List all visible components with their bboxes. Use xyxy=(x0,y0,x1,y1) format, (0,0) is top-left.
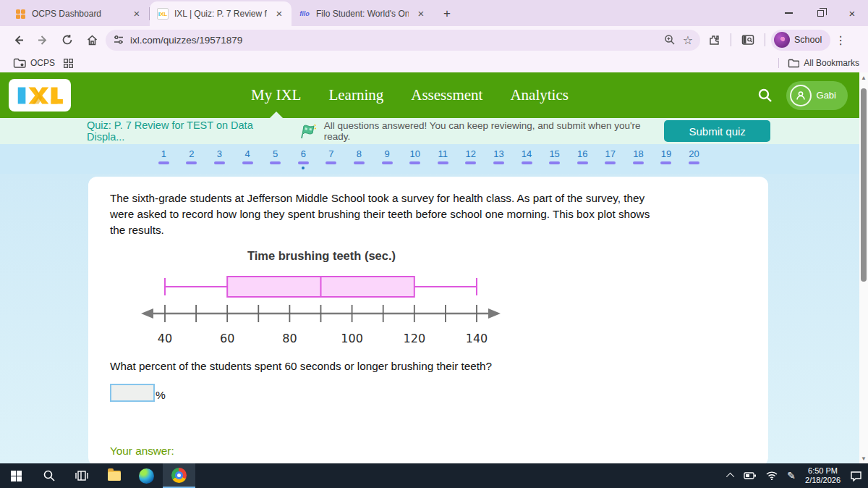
site-settings-icon[interactable] xyxy=(113,34,124,46)
tab-ocps-dashboard[interactable]: OCPS Dashboard × xyxy=(7,1,149,26)
question-number-14[interactable]: 14 xyxy=(513,144,541,174)
user-avatar-icon xyxy=(790,85,812,106)
question-number-17[interactable]: 17 xyxy=(597,144,625,174)
user-name: Gabi xyxy=(817,90,836,101)
side-panel-search-icon[interactable] xyxy=(737,29,759,51)
question-number-3[interactable]: 3 xyxy=(205,144,234,174)
question-number-4[interactable]: 4 xyxy=(234,144,262,174)
back-button[interactable] xyxy=(7,29,29,51)
bookmark-star-icon[interactable]: ☆ xyxy=(683,33,693,47)
svg-text:140: 140 xyxy=(466,332,488,345)
ixl-logo[interactable] xyxy=(9,79,71,112)
scroll-up-icon[interactable]: ▲ xyxy=(861,72,867,83)
ixl-header: My IXL Learning Assessment Analytics Gab… xyxy=(0,72,868,118)
problem-prompt: The sixth-grade students at Jefferson Mi… xyxy=(110,190,658,238)
ixl-logo-icon xyxy=(14,83,66,109)
new-tab-button[interactable]: + xyxy=(438,4,456,23)
question-number-13[interactable]: 13 xyxy=(485,144,513,174)
close-window-button[interactable]: × xyxy=(836,0,868,26)
task-view-button[interactable] xyxy=(65,463,98,488)
system-tray: ✎ 6:50 PM 2/18/2026 xyxy=(728,463,862,488)
question-area: The sixth-grade students at Jefferson Mi… xyxy=(0,174,868,463)
taskbar-time: 6:50 PM xyxy=(808,466,838,475)
forward-button[interactable] xyxy=(32,29,54,51)
svg-text:60: 60 xyxy=(220,332,234,345)
all-bookmarks-label: All Bookmarks xyxy=(804,58,859,68)
apps-grid-icon xyxy=(64,59,73,68)
search-icon[interactable] xyxy=(757,88,773,104)
nav-my-ixl[interactable]: My IXL xyxy=(251,86,301,104)
your-answer-label: Your answer: xyxy=(110,445,174,458)
question-number-10[interactable]: 10 xyxy=(401,144,429,174)
bookmark-apps-grid[interactable] xyxy=(59,57,77,70)
question-number-20[interactable]: 20 xyxy=(680,144,708,174)
submit-quiz-button[interactable]: Submit quiz xyxy=(664,120,770,142)
chrome-button[interactable] xyxy=(163,463,195,488)
zoom-page-icon[interactable] xyxy=(664,34,676,46)
nav-assessment[interactable]: Assessment xyxy=(411,86,482,104)
edge-button[interactable] xyxy=(130,463,163,488)
windows-ink-pen-icon[interactable]: ✎ xyxy=(787,470,796,481)
question-number-1[interactable]: 1 xyxy=(150,144,178,174)
user-menu[interactable]: Gabi xyxy=(786,81,848,110)
extensions-icon[interactable] xyxy=(703,29,725,51)
quiz-title[interactable]: Quiz: P. 7 Review for TEST on Data Displ… xyxy=(87,119,291,143)
question-number-19[interactable]: 19 xyxy=(652,144,681,174)
question-number-12[interactable]: 12 xyxy=(457,144,485,174)
reload-button[interactable] xyxy=(56,29,78,51)
battery-icon[interactable] xyxy=(744,471,757,480)
question-number-9[interactable]: 9 xyxy=(373,144,401,174)
quiz-status-bar: Quiz: P. 7 Review for TEST on Data Displ… xyxy=(0,118,868,144)
minimize-button[interactable] xyxy=(773,0,804,26)
box-plot-svg: 406080100120140 xyxy=(88,268,768,351)
question-number-6[interactable]: 6 xyxy=(289,144,318,174)
taskbar-search-button[interactable] xyxy=(33,463,65,488)
tab-strip: OCPS Dashboard × IXL IXL | Quiz: P. 7 Re… xyxy=(0,0,456,26)
address-bar[interactable]: ixl.com/quizzes/19571879 ☆ xyxy=(106,30,700,51)
question-card: The sixth-grade students at Jefferson Mi… xyxy=(88,177,768,463)
problem-question: What percent of the students spent 60 se… xyxy=(110,360,492,373)
nav-learning[interactable]: Learning xyxy=(328,86,383,104)
question-number-18[interactable]: 18 xyxy=(624,144,652,174)
question-number-16[interactable]: 16 xyxy=(569,144,597,174)
page-scrollbar[interactable]: ▲ ▼ xyxy=(859,72,868,463)
question-number-7[interactable]: 7 xyxy=(318,144,346,174)
taskbar-date: 2/18/2026 xyxy=(805,476,841,484)
profile-label: School xyxy=(794,35,822,45)
question-number-2[interactable]: 2 xyxy=(178,144,206,174)
tray-chevron-up-icon[interactable] xyxy=(726,473,734,481)
question-number-row: 1234567891011121314151617181920 xyxy=(0,144,868,174)
all-bookmarks-button[interactable]: All Bookmarks xyxy=(778,58,859,68)
home-button[interactable] xyxy=(81,29,103,51)
tab-close-icon[interactable]: × xyxy=(273,7,286,20)
question-number-15[interactable]: 15 xyxy=(540,144,569,174)
question-number-8[interactable]: 8 xyxy=(345,144,373,174)
tab-filo-student[interactable]: filo Filo Student: World's Only Live × xyxy=(292,1,433,26)
restore-button[interactable] xyxy=(804,0,836,26)
profile-chip[interactable]: School xyxy=(771,30,830,51)
scrollbar-thumb[interactable] xyxy=(861,88,867,282)
start-button[interactable] xyxy=(0,463,33,488)
windows-taskbar: ✎ 6:50 PM 2/18/2026 xyxy=(0,463,868,488)
quiz-message: All questions answered! You can keep rev… xyxy=(324,120,665,142)
scroll-down-icon[interactable]: ▼ xyxy=(861,453,867,463)
tab-close-icon[interactable]: × xyxy=(130,7,143,20)
file-explorer-button[interactable] xyxy=(98,463,130,488)
percent-unit-label: % xyxy=(156,389,166,402)
question-number-5[interactable]: 5 xyxy=(261,144,289,174)
filo-favicon-icon: filo xyxy=(299,8,310,20)
browser-menu-icon[interactable]: ⋮ xyxy=(833,33,848,47)
nav-analytics[interactable]: Analytics xyxy=(510,86,568,104)
wifi-icon[interactable] xyxy=(766,471,778,480)
tab-close-icon[interactable]: × xyxy=(414,7,427,20)
folder-icon xyxy=(788,59,799,68)
url-text[interactable]: ixl.com/quizzes/19571879 xyxy=(130,35,658,46)
taskbar-clock[interactable]: 6:50 PM 2/18/2026 xyxy=(805,466,841,485)
question-number-11[interactable]: 11 xyxy=(429,144,457,174)
tab-ixl-quiz[interactable]: IXL IXL | Quiz: P. 7 Review for TEST × xyxy=(150,1,292,26)
file-explorer-icon xyxy=(108,471,121,481)
bookmark-folder-ocps[interactable]: OCPS xyxy=(9,56,59,70)
edge-icon xyxy=(139,468,154,484)
action-center-icon[interactable] xyxy=(850,471,862,481)
answer-input[interactable] xyxy=(110,384,155,402)
